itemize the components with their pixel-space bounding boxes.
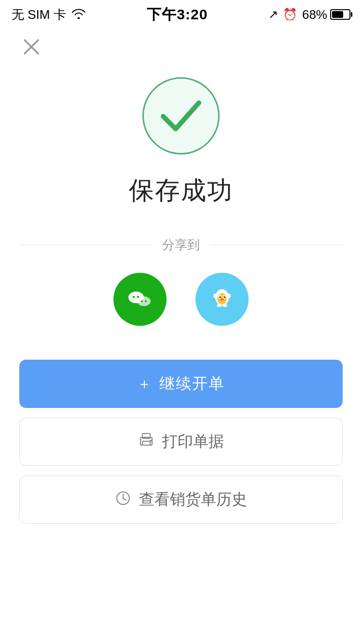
battery-pct: 68% xyxy=(302,7,327,22)
svg-point-7 xyxy=(145,300,147,302)
status-time: 下午3:20 xyxy=(147,5,208,25)
svg-point-12 xyxy=(219,296,221,298)
qq-icon xyxy=(207,284,237,314)
wechat-share-button[interactable] xyxy=(113,273,167,326)
qq-share-button[interactable] xyxy=(195,273,249,326)
print-label: 打印单据 xyxy=(162,431,224,452)
history-button[interactable]: 查看销货单历史 xyxy=(19,476,343,524)
svg-point-22 xyxy=(150,440,152,442)
print-icon xyxy=(138,433,154,451)
carrier-text: 无 SIM 卡 xyxy=(12,6,66,23)
continue-order-button[interactable]: ＋ 继续开单 xyxy=(19,360,343,408)
wifi-icon xyxy=(71,7,86,22)
divider-left xyxy=(19,245,153,245)
close-button[interactable] xyxy=(19,35,43,59)
status-left: 无 SIM 卡 xyxy=(12,6,86,23)
battery-icon xyxy=(330,9,350,20)
battery-fill xyxy=(332,11,343,18)
status-right: ↗ ⏰ 68% xyxy=(268,7,350,22)
svg-point-16 xyxy=(227,294,231,298)
svg-point-3 xyxy=(137,296,151,306)
svg-point-5 xyxy=(137,296,139,298)
svg-point-17 xyxy=(217,304,222,307)
action-buttons: ＋ 继续开单 打印单据 查看销货单历史 xyxy=(19,360,343,524)
share-label: 分享到 xyxy=(162,237,200,253)
svg-point-13 xyxy=(223,296,225,298)
print-button[interactable]: 打印单据 xyxy=(19,418,343,466)
svg-point-4 xyxy=(133,296,135,298)
history-label: 查看销货单历史 xyxy=(139,489,247,510)
svg-rect-21 xyxy=(142,441,150,445)
checkmark-icon xyxy=(159,98,203,134)
share-icons-row xyxy=(113,273,249,326)
plus-icon: ＋ xyxy=(137,374,152,394)
svg-point-14 xyxy=(220,298,224,301)
battery-block: 68% xyxy=(302,7,350,22)
continue-order-label: 继续开单 xyxy=(159,373,225,394)
svg-point-18 xyxy=(223,304,227,307)
svg-point-6 xyxy=(141,300,143,302)
wechat-icon xyxy=(125,284,155,315)
status-bar: 无 SIM 卡 下午3:20 ↗ ⏰ 68% xyxy=(0,0,362,29)
success-icon-circle xyxy=(142,77,220,154)
divider-right xyxy=(209,245,343,245)
main-content: 保存成功 分享到 xyxy=(0,29,362,524)
share-divider: 分享到 xyxy=(19,237,343,253)
alarm-icon: ⏰ xyxy=(283,8,297,21)
svg-point-15 xyxy=(213,294,217,298)
success-title: 保存成功 xyxy=(129,174,233,208)
history-icon xyxy=(115,490,131,510)
location-icon: ↗ xyxy=(268,8,278,21)
